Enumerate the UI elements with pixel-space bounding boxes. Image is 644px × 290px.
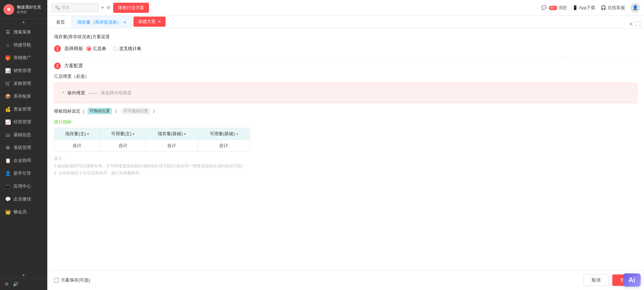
app-logo: 畅 bbox=[3, 4, 14, 15]
inventory-tab-label: 现存量（库存状况表） bbox=[77, 19, 121, 25]
tab-close-all-icon[interactable]: ✕ bbox=[629, 21, 633, 27]
trial-btn[interactable]: 体验行业方案 bbox=[113, 3, 149, 13]
app-download-link[interactable]: 📱 App下载 bbox=[572, 5, 595, 11]
sidebar-item-purchase[interactable]: 🛒 采购管理 bbox=[0, 77, 47, 90]
cell-1-2: 合计 bbox=[100, 140, 146, 152]
box-icon: 📦 bbox=[5, 94, 11, 99]
content-inner: 现存量(库存状况表)方案设置 1 选择模板 汇总表 交叉统计表 bbox=[47, 28, 644, 270]
sidebar-item-marketing[interactable]: 🎁 营销推广 bbox=[0, 51, 47, 64]
summary-dimension-label: 汇总维度（必选） bbox=[54, 73, 637, 79]
table-row-1: 合计 合计 合计 合计 bbox=[54, 140, 250, 152]
template-radio-group: 汇总表 交叉统计表 bbox=[86, 46, 141, 52]
dimension-required: * bbox=[63, 91, 64, 96]
immovable-badge: 不可拖动位置 bbox=[122, 108, 150, 114]
col2-chevron: ▾ bbox=[133, 132, 134, 136]
tip-1: 1.拖动标题栏可以调整布局，不可跨维度或指标区域拖动栏目字段(只能在同一维度或指… bbox=[54, 164, 243, 168]
stats-section: 统计指标 现存量(主) ▾ bbox=[54, 119, 637, 152]
tip-2: 2. 点击标题栏下拉可设置排序、插入列和删除列 bbox=[54, 171, 140, 175]
sidebar-item-operations[interactable]: 📈 经营管理 bbox=[0, 116, 47, 128]
cancel-button[interactable]: 取消 bbox=[583, 274, 609, 286]
tips-area: 提示： 1.拖动标题栏可以调整布局，不可跨维度或指标区域拖动栏目字段(只能在同一… bbox=[54, 155, 637, 177]
sidebar-item-members[interactable]: 👑 畅会员 bbox=[0, 206, 47, 218]
new-plan-tab-label: 新建方案 bbox=[138, 19, 156, 25]
bottom-bar: 方案保存(可选) 取消 查询 bbox=[47, 270, 644, 290]
user-avatar[interactable]: 👤 bbox=[630, 3, 640, 13]
sidebar-scroll-down[interactable]: ▼ bbox=[0, 273, 47, 278]
tab-new-plan[interactable]: 新建方案 ✕ bbox=[133, 17, 166, 27]
sidebar-item-enterprise-wechat[interactable]: 💬 企业微信 bbox=[0, 193, 47, 206]
sidebar-item-system[interactable]: ⚙ 系统管理 bbox=[0, 141, 47, 154]
step2-section: 2 方案配置 汇总维度（必选） * 纵向维度 —— 请选择分组维度 bbox=[54, 63, 637, 177]
col1-chevron: ▾ bbox=[87, 132, 89, 136]
divider-1 bbox=[54, 57, 637, 58]
main-area: 🔍 搜索 ▾ ⚙ 体验行业方案 💬 99+ 消息 📱 App下载 🎧 在线客服 … bbox=[47, 0, 644, 290]
topbar-dropdown-icon[interactable]: ▾ bbox=[101, 5, 104, 10]
save-checkbox[interactable] bbox=[54, 278, 59, 283]
mobile-icon: 📱 bbox=[5, 184, 11, 189]
dimension-hint[interactable]: 请选择分组维度 bbox=[101, 90, 131, 96]
step1-section: 1 选择模板 汇总表 交叉统计表 bbox=[54, 45, 637, 52]
wechat-icon: 💬 bbox=[5, 196, 11, 202]
sidebar-footer: ⚙ 🔊 bbox=[0, 278, 47, 290]
search-icon: 🔍 bbox=[55, 5, 60, 10]
home-icon: ⌂ bbox=[5, 42, 11, 48]
radio-summary-circle bbox=[86, 46, 91, 51]
cell-1-1: 合计 bbox=[54, 140, 100, 152]
sidebar-item-sales[interactable]: 📊 销售管理 bbox=[0, 64, 47, 77]
sidebar-item-enterprise[interactable]: 📋 企业协同 bbox=[0, 154, 47, 167]
app-name: 畅捷通好生意 bbox=[17, 4, 41, 10]
topbar: 🔍 搜索 ▾ ⚙ 体验行业方案 💬 99+ 消息 📱 App下载 🎧 在线客服 … bbox=[47, 0, 644, 16]
save-option[interactable]: 方案保存(可选) bbox=[54, 277, 90, 283]
dimension-dash: —— bbox=[89, 91, 97, 96]
sidebar-item-new-guide[interactable]: 👤 新手引导 bbox=[0, 167, 47, 180]
sidebar-item-search-menu[interactable]: ☰ 搜索菜单 bbox=[0, 26, 47, 39]
col3-chevron: ▾ bbox=[184, 132, 186, 136]
radio-summary-label: 汇总表 bbox=[93, 46, 106, 52]
radio-cross[interactable]: 交叉统计表 bbox=[113, 46, 141, 52]
operations-icon: 📈 bbox=[5, 119, 11, 125]
topbar-search-box[interactable]: 🔍 搜索 bbox=[51, 3, 99, 12]
step2-header: 2 方案配置 bbox=[54, 63, 637, 69]
topbar-gear-icon[interactable]: ⚙ bbox=[106, 5, 110, 10]
dimension-name: 纵向维度 bbox=[68, 90, 85, 96]
sidebar: 畅 畅捷通好生意 标准版 ▲ ☰ 搜索菜单 ⌂ 快捷导航 🎁 营销推广 📊 销售… bbox=[0, 0, 47, 290]
sidebar-item-inventory[interactable]: 📦 库存核算 bbox=[0, 90, 47, 103]
online-service-link[interactable]: 🎧 在线客服 bbox=[601, 5, 625, 11]
gift-icon: 🎁 bbox=[5, 55, 11, 61]
new-plan-tab-close[interactable]: ✕ bbox=[158, 20, 161, 24]
home-tab-label: 首页 bbox=[56, 19, 65, 25]
search-icon: ☰ bbox=[5, 29, 11, 35]
content-area: 现存量(库存状况表)方案设置 1 选择模板 汇总表 交叉统计表 bbox=[47, 28, 644, 270]
chart-icon: 📊 bbox=[5, 68, 11, 73]
doc-icon: 📋 bbox=[5, 158, 11, 163]
inventory-tab-close[interactable]: ✕ bbox=[123, 20, 126, 25]
tab-home[interactable]: 首页 bbox=[51, 17, 70, 28]
dimension-row: * 纵向维度 —— 请选择分组维度 bbox=[63, 90, 629, 96]
indicator-label: 模板指标设定（ 可拖动位置 ） 不可拖动位置 ） bbox=[54, 108, 637, 114]
sidebar-item-finance[interactable]: 💰 资金管理 bbox=[0, 103, 47, 116]
sidebar-scroll-up[interactable]: ▲ bbox=[0, 19, 47, 24]
settings-icon[interactable]: ⚙ bbox=[5, 282, 9, 287]
speaker-icon[interactable]: 🔊 bbox=[13, 282, 18, 287]
user-icon: 👤 bbox=[5, 171, 11, 176]
step1-title: 选择模板 bbox=[64, 46, 83, 52]
col-header-3[interactable]: 现存量(基辅) ▾ bbox=[146, 128, 198, 140]
cart-icon: 🛒 bbox=[5, 81, 11, 86]
message-icon[interactable]: 💬 99+ 消息 bbox=[541, 5, 567, 11]
radio-summary[interactable]: 汇总表 bbox=[86, 46, 106, 52]
tab-inventory-status[interactable]: 现存量（库存状况表） ✕ bbox=[72, 16, 132, 28]
col-header-2[interactable]: 可用量(主) ▾ bbox=[100, 128, 146, 140]
col-header-1[interactable]: 现存量(主) ▾ bbox=[54, 128, 100, 140]
tabbar: 首页 现存量（库存状况表） ✕ 新建方案 ✕ ✕ ⛶ bbox=[47, 16, 644, 28]
step2-number: 2 bbox=[54, 63, 61, 69]
tab-expand-icon[interactable]: ⛶ bbox=[636, 21, 641, 27]
step1-header: 1 选择模板 汇总表 交叉统计表 bbox=[54, 45, 637, 52]
folder-icon: 🗂 bbox=[5, 132, 11, 138]
sidebar-item-app-center[interactable]: 📱 应用中心 bbox=[0, 180, 47, 193]
sidebar-item-basic-info[interactable]: 🗂 基础信息 bbox=[0, 128, 47, 141]
ai-badge[interactable]: Ai bbox=[623, 273, 641, 287]
crown-icon: 👑 bbox=[5, 209, 11, 215]
col-header-4[interactable]: 可用量(基辅) ▾ bbox=[198, 128, 250, 140]
sidebar-item-quick-nav[interactable]: ⌂ 快捷导航 bbox=[0, 39, 47, 51]
indicator-setting: 模板指标设定（ 可拖动位置 ） 不可拖动位置 ） bbox=[54, 108, 637, 114]
